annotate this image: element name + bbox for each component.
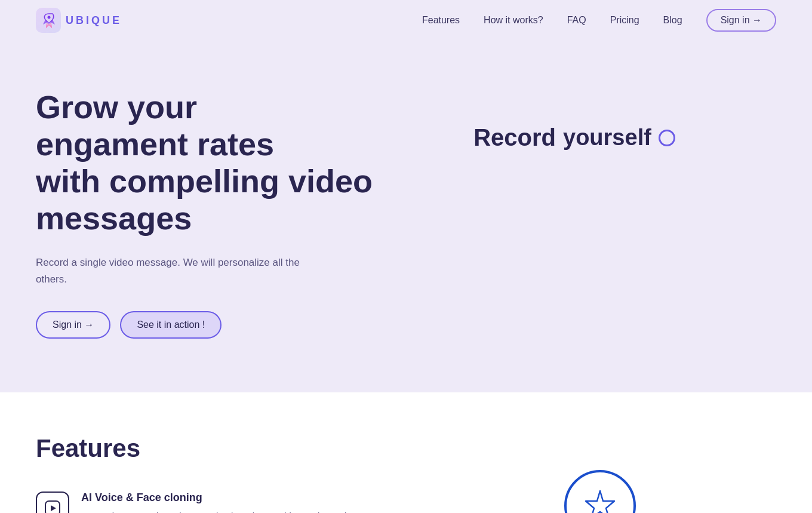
nav-links: Features How it works? FAQ Pricing Blog … [422, 9, 776, 32]
svg-marker-3 [51, 505, 56, 511]
hero-left: Grow your engament rates with compelling… [36, 88, 373, 339]
record-circle-icon [659, 130, 675, 146]
nav-signin-button[interactable]: Sign in → [706, 9, 776, 32]
logo[interactable]: UBIQUE [36, 8, 122, 33]
hero-title-line3: with compelling video [36, 163, 373, 199]
nav-faq[interactable]: FAQ [567, 15, 586, 26]
record-label: Record [473, 124, 556, 151]
navbar: UBIQUE Features How it works? FAQ Pricin… [0, 0, 812, 41]
feature-icon-ai-voice [36, 492, 69, 513]
star-circle-top [564, 470, 636, 513]
logo-icon [36, 8, 61, 33]
hero-title: Grow your engament rates with compelling… [36, 88, 373, 236]
hero-buttons: Sign in → See it in action ! [36, 311, 373, 339]
stars-illustration [534, 470, 666, 513]
hero-title-line1: Grow your [36, 89, 197, 125]
hero-title-line2: engament rates [36, 126, 274, 162]
play-icon [44, 500, 61, 513]
svg-rect-0 [36, 8, 61, 33]
star-icon-large [582, 488, 618, 513]
logo-text: UBIQUE [66, 14, 122, 27]
feature-text-ai-voice: AI Voice & Face cloning Start using our … [81, 492, 356, 513]
yourself-label: yourself [563, 125, 651, 150]
hero-title-line4: messages [36, 200, 192, 236]
features-illustration [424, 434, 776, 513]
nav-features[interactable]: Features [422, 15, 460, 26]
record-text: Record yourself [473, 124, 675, 151]
features-left: Features AI Voice & Face cloning Start u… [36, 434, 388, 513]
hero-right: Record yourself [373, 88, 776, 151]
hero-section: Grow your engament rates with compelling… [0, 41, 812, 392]
nav-blog[interactable]: Blog [663, 15, 682, 26]
svg-point-1 [48, 16, 51, 19]
feature-title-ai-voice: AI Voice & Face cloning [81, 492, 356, 504]
nav-pricing[interactable]: Pricing [610, 15, 639, 26]
hero-see-action-button[interactable]: See it in action ! [120, 311, 222, 339]
nav-how-it-works[interactable]: How it works? [484, 15, 543, 26]
hero-signin-button[interactable]: Sign in → [36, 311, 110, 339]
svg-marker-6 [586, 491, 614, 513]
hero-subtitle: Record a single video message. We will p… [36, 254, 322, 287]
feature-item-ai-voice: AI Voice & Face cloning Start using our … [36, 492, 388, 513]
feature-desc-ai-voice: Start using our cutting-edge AI technolo… [81, 509, 356, 513]
features-section: Features AI Voice & Face cloning Start u… [0, 392, 812, 513]
features-title: Features [36, 434, 388, 463]
